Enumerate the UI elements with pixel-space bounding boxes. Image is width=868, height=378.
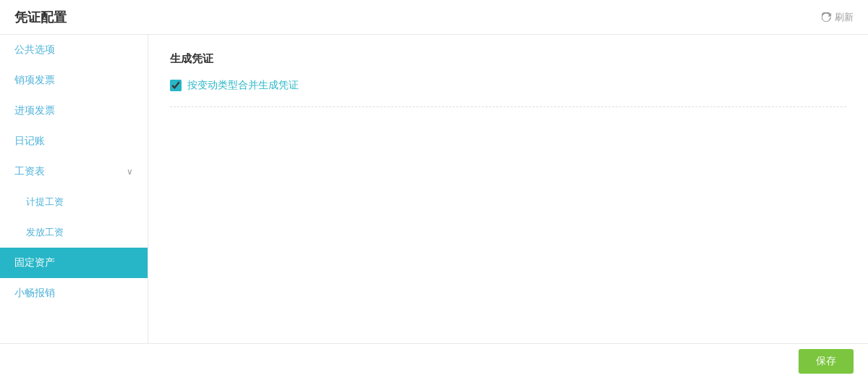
sidebar-item-accrual[interactable]: 计提工资 — [0, 187, 148, 217]
chevron-down-icon: ∨ — [127, 167, 133, 177]
sidebar-item-purchase_invoice[interactable]: 进项发票 — [0, 96, 148, 126]
sidebar-item-journal[interactable]: 日记账 — [0, 126, 148, 156]
refresh-label: 刷新 — [835, 11, 854, 24]
sidebar-item-label: 工资表 — [14, 165, 45, 178]
refresh-button[interactable]: 刷新 — [822, 11, 854, 24]
sidebar-item-expense[interactable]: 小畅报销 — [0, 278, 148, 308]
sidebar-item-label: 公共选项 — [14, 43, 55, 56]
sidebar-item-fixed_assets[interactable]: 固定资产 — [0, 248, 148, 278]
checkbox-row: 按变动类型合并生成凭证 — [170, 79, 846, 92]
sidebar-item-payroll[interactable]: 工资表∨ — [0, 156, 148, 187]
page-title: 凭证配置 — [14, 9, 67, 26]
checkbox-label: 按变动类型合并生成凭证 — [187, 79, 299, 92]
sidebar-item-label: 销项发票 — [14, 74, 55, 87]
save-button[interactable]: 保存 — [799, 349, 854, 374]
merge-checkbox[interactable] — [170, 80, 182, 91]
header: 凭证配置 刷新 — [0, 0, 868, 35]
sidebar-item-payment[interactable]: 发放工资 — [0, 217, 148, 248]
main-content: 生成凭证 按变动类型合并生成凭证 — [148, 35, 868, 343]
footer: 保存 — [0, 343, 868, 378]
main-layout: 公共选项销项发票进项发票日记账工资表∨计提工资发放工资固定资产小畅报销 生成凭证… — [0, 35, 868, 343]
sidebar: 公共选项销项发票进项发票日记账工资表∨计提工资发放工资固定资产小畅报销 — [0, 35, 148, 343]
sidebar-item-label: 固定资产 — [14, 256, 55, 269]
sidebar-item-sales_invoice[interactable]: 销项发票 — [0, 65, 148, 96]
sidebar-item-label: 日记账 — [14, 135, 45, 148]
section-title: 生成凭证 — [170, 52, 846, 66]
sidebar-item-label: 计提工资 — [26, 196, 64, 209]
sidebar-item-label: 小畅报销 — [14, 287, 55, 300]
sidebar-item-public[interactable]: 公共选项 — [0, 35, 148, 65]
sidebar-item-label: 进项发票 — [14, 104, 55, 117]
sidebar-item-label: 发放工资 — [26, 226, 64, 239]
divider — [170, 106, 846, 107]
refresh-icon — [822, 12, 832, 22]
